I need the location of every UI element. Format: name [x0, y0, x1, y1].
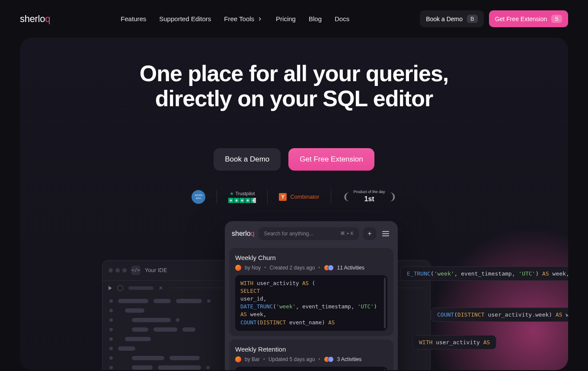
- query-card-title: Weekly Churn: [235, 254, 387, 261]
- nav-features[interactable]: Features: [121, 15, 146, 22]
- hero-get-extension-button[interactable]: Get Free Extension: [288, 148, 374, 171]
- query-card-title: Weekly Retention: [235, 346, 387, 353]
- book-demo-label: Book a Demo: [426, 16, 463, 22]
- code-chip: E_TRUNC('week', event_timestamp, 'UTC') …: [400, 266, 568, 281]
- query-activities: 11 Activities: [337, 265, 364, 271]
- brand-logo[interactable]: sherloq: [20, 13, 50, 25]
- star-icon: ★: [230, 191, 234, 197]
- trustpilot-label: Trustpilot: [235, 191, 255, 196]
- hero-ctas: Book a Demo Get Free Extension: [37, 148, 551, 171]
- ycombinator-badge: Y Combinator: [279, 193, 319, 201]
- brand-name-q: q: [45, 13, 50, 24]
- soc-badge: AICPA SOC: [192, 190, 205, 204]
- avatar-stack: [324, 265, 334, 271]
- search-shortcut: ⌘ + K: [340, 231, 354, 236]
- nav-blog[interactable]: Blog: [309, 15, 322, 22]
- panel-brand-logo: sherloq: [232, 230, 254, 238]
- query-card-meta: by Noy • Created 2 days ago • 11 Activit…: [235, 265, 387, 271]
- query-author: by Bar: [245, 356, 260, 362]
- nav-free-tools[interactable]: Free Tools: [224, 15, 263, 22]
- top-nav: sherloq Features Supported Editors Free …: [0, 0, 588, 38]
- nav-actions: Book a Demo B Get Free Extension S: [420, 10, 568, 27]
- screenshot-stage: </> Your IDE ✕: [37, 221, 551, 370]
- close-tab-icon[interactable]: ✕: [159, 285, 163, 291]
- nav-free-tools-label: Free Tools: [224, 15, 254, 22]
- avatar-icon: [235, 356, 241, 362]
- panel-header: sherloq Search for anything... ⌘ + K +: [229, 225, 393, 244]
- laurel-right-icon: ❩: [389, 191, 396, 203]
- sherloq-panel: sherloq Search for anything... ⌘ + K + W…: [225, 221, 398, 370]
- get-extension-label: Get Free Extension: [495, 16, 547, 22]
- trust-badges: AICPA SOC ★Trustpilot ★★★★★ Y Combinator…: [37, 190, 551, 203]
- hero-book-demo-button[interactable]: Book a Demo: [214, 148, 281, 171]
- nav-links: Features Supported Editors Free Tools Pr…: [121, 15, 349, 22]
- menu-icon[interactable]: [380, 229, 391, 238]
- potd-rank: 1st: [354, 195, 385, 204]
- laurel-left-icon: ❨: [342, 191, 350, 203]
- play-icon[interactable]: [109, 286, 112, 290]
- search-placeholder: Search for anything...: [264, 231, 313, 237]
- hero-headline: One place for all your queries, directly…: [37, 61, 551, 111]
- query-card-meta: by Bar • Updated 5 days ago • 3 Activiti…: [235, 356, 387, 362]
- nav-docs[interactable]: Docs: [335, 15, 349, 22]
- query-meta-time: Created 2 days ago: [270, 265, 315, 271]
- chevron-right-icon: [257, 16, 263, 22]
- ide-title: Your IDE: [145, 267, 167, 273]
- book-demo-shortcut: B: [467, 15, 478, 23]
- hero-line1: One place for all your queries,: [140, 61, 449, 86]
- badge-separator: [217, 190, 217, 203]
- get-extension-shortcut: S: [551, 15, 562, 23]
- product-of-the-day-badge: ❨ Product of the day 1st ❩: [342, 190, 396, 203]
- yc-label: Combinator: [290, 193, 319, 200]
- code-chip: WITH user_activity AS: [412, 335, 496, 349]
- window-dot-icon: [109, 268, 113, 273]
- avatar-icon: [235, 265, 241, 271]
- badge-separator: [267, 190, 268, 203]
- nav-supported-editors[interactable]: Supported Editors: [159, 15, 211, 22]
- query-author: by Noy: [245, 265, 261, 271]
- window-dot-icon: [122, 268, 127, 273]
- history-icon[interactable]: [117, 285, 123, 291]
- badge-separator: [331, 190, 331, 203]
- toolbar-placeholder: [128, 286, 153, 290]
- nav-pricing[interactable]: Pricing: [276, 15, 296, 22]
- query-meta-time: Updated 5 days ago: [268, 356, 315, 362]
- query-card[interactable]: Weekly Churn by Noy • Created 2 days ago…: [229, 248, 393, 336]
- code-preview: WITH user_activity AS (SELECT user_id, D…: [235, 367, 387, 370]
- hero-line2: directly on your SQL editor: [155, 86, 433, 111]
- book-demo-button[interactable]: Book a Demo B: [420, 10, 484, 27]
- hero-section: One place for all your queries, directly…: [20, 38, 568, 370]
- brand-name-pre: sherlo: [20, 13, 45, 24]
- potd-label: Product of the day: [354, 190, 385, 195]
- code-icon: </>: [131, 266, 141, 275]
- avatar-stack: [324, 356, 334, 362]
- window-controls: [109, 268, 127, 273]
- get-extension-button[interactable]: Get Free Extension S: [489, 10, 568, 27]
- code-preview: WITH user_activity AS (SELECT user_id, D…: [235, 275, 387, 331]
- query-card[interactable]: Weekly Retention by Bar • Updated 5 days…: [229, 339, 393, 370]
- add-button[interactable]: +: [363, 227, 376, 240]
- yc-logo-icon: Y: [279, 193, 287, 201]
- code-chip: COUNT(DISTINCT user_activity.week) AS we…: [431, 308, 568, 322]
- trustpilot-stars: ★★★★★: [228, 198, 256, 203]
- query-activities: 3 Activities: [337, 356, 362, 362]
- window-dot-icon: [115, 268, 120, 273]
- trustpilot-badge: ★Trustpilot ★★★★★: [228, 191, 256, 203]
- search-input[interactable]: Search for anything... ⌘ + K: [259, 227, 359, 240]
